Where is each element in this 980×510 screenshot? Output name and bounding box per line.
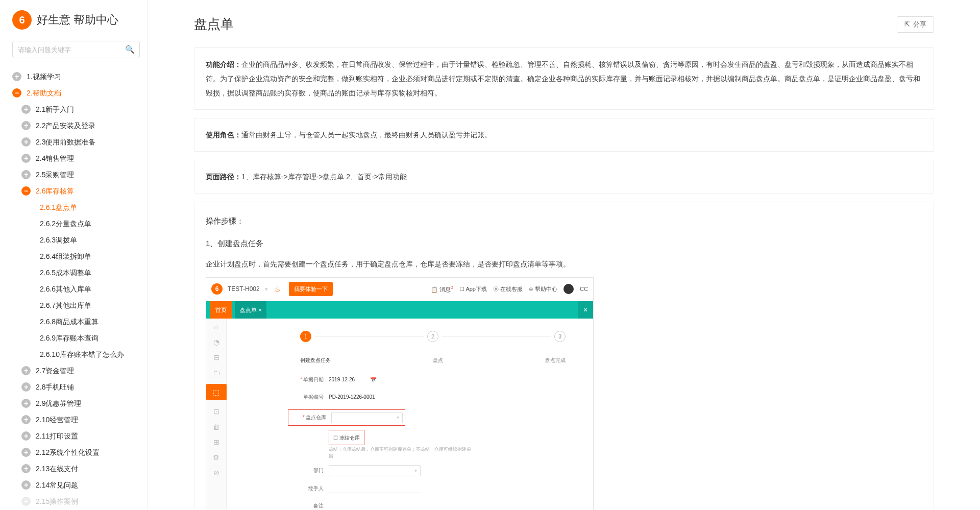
step-line bbox=[442, 336, 551, 336]
nav-docs[interactable]: −2.帮助文档 bbox=[12, 85, 148, 101]
share-icon: ⇱ bbox=[904, 20, 910, 28]
nav-2-7[interactable]: +2.7资金管理 bbox=[12, 362, 148, 379]
nav-2-6-4[interactable]: 2.6.4组装拆卸单 bbox=[12, 248, 148, 264]
wallet-icon: ⊡ bbox=[211, 407, 222, 416]
chevron-down-icon: ▾ bbox=[414, 466, 417, 476]
nav-2-13[interactable]: +2.13在线支付 bbox=[12, 460, 148, 477]
shot-header: 6 TEST-H002 ▾ ♨ 我要体验一下 📋 消息0 ☐ App下载 ☉ 在… bbox=[206, 278, 593, 301]
step-3-label: 盘点完成 bbox=[545, 355, 566, 366]
step1-text: 企业计划盘点时，首先需要创建一个盘点任务，用于确定盘点仓库，仓库是否要冻结，是否… bbox=[206, 257, 922, 271]
role-text: 通常由财务主导，与仓管人员一起实地盘点，最终由财务人员确认盈亏并记账。 bbox=[241, 131, 492, 139]
highlight-warehouse: *盘点仓库 ▾ bbox=[288, 409, 405, 426]
nav-2-6-8[interactable]: 2.6.8商品成本重算 bbox=[12, 313, 148, 330]
search-input[interactable] bbox=[12, 41, 140, 58]
search-icon[interactable]: 🔍 bbox=[125, 45, 135, 54]
nav-2-11[interactable]: +2.11打印设置 bbox=[12, 428, 148, 444]
nav-2-6-7[interactable]: 2.6.7其他出库单 bbox=[12, 297, 148, 313]
path-text: 1、库存核算->库存管理->盘点单 2、首页->常用功能 bbox=[241, 173, 407, 181]
help-link: ⊙ 帮助中心 bbox=[529, 283, 557, 295]
share-button[interactable]: ⇱ 分享 bbox=[897, 16, 934, 33]
remark-input bbox=[329, 501, 421, 510]
nav-tree: +1.视频学习 −2.帮助文档 +2.1新手入门 +2.2产品安装及登录 +2.… bbox=[12, 68, 148, 509]
bag-icon: 🗀 bbox=[211, 369, 222, 377]
shot-form: 1 2 3 创建盘点任务 盘点 盘点完成 bbox=[227, 319, 593, 510]
flame-icon: ♨ bbox=[274, 282, 281, 296]
chart-icon: ◔ bbox=[211, 338, 222, 346]
plus-icon: + bbox=[21, 464, 31, 473]
plus-icon: + bbox=[21, 366, 31, 375]
row-no: 单据编号 PD-2019-1226-0001 bbox=[288, 392, 578, 402]
avatar-icon bbox=[564, 284, 574, 294]
plus-icon: + bbox=[21, 382, 31, 392]
nav-2-6[interactable]: −2.6库存核算 bbox=[12, 183, 148, 199]
gear-icon: ⚙ bbox=[211, 453, 222, 462]
intro-card: 功能介绍：企业的商品品种多、收发频繁，在日常商品收发、保管过程中，由于计量错误、… bbox=[194, 47, 934, 110]
steps-card: 操作步骤： 1、创建盘点任务 企业计划盘点时，首先需要创建一个盘点任务，用于确定… bbox=[194, 202, 934, 510]
msg-link: 📋 消息0 bbox=[431, 283, 453, 295]
plus-icon: + bbox=[21, 121, 31, 130]
user-name: CC bbox=[580, 283, 588, 295]
shot-header-links: 📋 消息0 ☐ App下载 ☉ 在线客服 ⊙ 帮助中心 CC bbox=[431, 283, 588, 295]
close-icon: × bbox=[578, 301, 593, 319]
step-line bbox=[314, 336, 424, 336]
nav-2-14[interactable]: +2.14常见问题 bbox=[12, 477, 148, 493]
nav-2-8[interactable]: +2.8手机旺铺 bbox=[12, 379, 148, 395]
chevron-down-icon: ▾ bbox=[265, 283, 268, 295]
shot-sidebar: ⌂ ◔ ⊟ 🗀 ⬚ ⊡ 🗑 ⊞ ⚙ ⊘ bbox=[206, 319, 227, 510]
plus-icon: + bbox=[12, 72, 21, 81]
logo-icon: 6 bbox=[12, 10, 32, 30]
nav-2-6-10[interactable]: 2.6.10库存账本错了怎么办 bbox=[12, 346, 148, 362]
dept-select: ▾ bbox=[329, 465, 421, 476]
wizard-steps: 1 2 3 bbox=[300, 331, 566, 342]
nav-2-10[interactable]: +2.10经营管理 bbox=[12, 411, 148, 428]
doc-icon: ⊟ bbox=[211, 353, 222, 361]
app-link: ☐ App下载 bbox=[459, 283, 487, 295]
nav-2-2[interactable]: +2.2产品安装及登录 bbox=[12, 117, 148, 134]
shot-tabs: 首页 盘点单 × × bbox=[206, 301, 593, 319]
brand-row: 6 好生意 帮助中心 bbox=[12, 10, 148, 30]
nav-2-3[interactable]: +2.3使用前数据准备 bbox=[12, 134, 148, 150]
nav-2-4[interactable]: +2.4销售管理 bbox=[12, 150, 148, 166]
nav-2-6-2[interactable]: 2.6.2分量盘点单 bbox=[12, 215, 148, 232]
plus-icon: + bbox=[21, 170, 31, 179]
row-remark: 备注 bbox=[288, 501, 578, 510]
freeze-hint: 冻结：仓库冻结后，仓库不可创建库存单；不冻结：仓库可继续创建单据 bbox=[329, 446, 472, 460]
step1-title: 1、创建盘点任务 bbox=[206, 236, 922, 251]
plus-icon: + bbox=[21, 154, 31, 163]
nav-2-12[interactable]: +2.12系统个性化设置 bbox=[12, 444, 148, 460]
nav-2-6-6[interactable]: 2.6.6其他入库单 bbox=[12, 281, 148, 297]
role-card: 使用角色：通常由财务主导，与仓管人员一起实地盘点，最终由财务人员确认盈亏并记账。 bbox=[194, 118, 934, 152]
nav-2-6-9[interactable]: 2.6.9库存账本查询 bbox=[12, 330, 148, 346]
row-date: *单据日期 2019-12-26 📅 bbox=[288, 375, 578, 385]
home-icon: ⌂ bbox=[211, 323, 222, 331]
nav-2-6-3[interactable]: 2.6.3调拨单 bbox=[12, 232, 148, 248]
main-content: 盘点单 ⇱ 分享 功能介绍：企业的商品品种多、收发频繁，在日常商品收发、保管过程… bbox=[148, 0, 965, 510]
plus-icon: + bbox=[21, 448, 31, 457]
warehouse-select: ▾ bbox=[331, 412, 403, 423]
path-label: 页面路径： bbox=[206, 173, 241, 181]
nav-2-15[interactable]: +2.15操作案例 bbox=[12, 493, 148, 509]
nav-2-5[interactable]: +2.5采购管理 bbox=[12, 166, 148, 183]
nav-2-1[interactable]: +2.1新手入门 bbox=[12, 101, 148, 117]
shot-company: TEST-H002 bbox=[228, 283, 260, 295]
chevron-down-icon: ▾ bbox=[397, 412, 399, 423]
app-screenshot: 6 TEST-H002 ▾ ♨ 我要体验一下 📋 消息0 ☐ App下载 ☉ 在… bbox=[206, 277, 594, 510]
nav-2-6-5[interactable]: 2.6.5成本调整单 bbox=[12, 264, 148, 281]
nav-2-9[interactable]: +2.9优惠券管理 bbox=[12, 395, 148, 411]
intro-text: 企业的商品品种多、收发频繁，在日常商品收发、保管过程中，由于计量错误、检验疏忽、… bbox=[206, 60, 920, 97]
nav-2-6-1[interactable]: 2.6.1盘点单 bbox=[12, 199, 148, 215]
brand-text: 好生意 帮助中心 bbox=[37, 12, 118, 28]
role-label: 使用角色： bbox=[206, 131, 241, 139]
plus-icon: + bbox=[21, 399, 31, 408]
plus-icon: + bbox=[21, 137, 31, 147]
handler-input bbox=[329, 484, 421, 493]
step-2-label: 盘点 bbox=[433, 355, 443, 366]
plus-icon: + bbox=[21, 415, 31, 424]
link-icon: ⊘ bbox=[211, 469, 222, 477]
step-2-circle: 2 bbox=[427, 331, 438, 342]
trash-icon: 🗑 bbox=[211, 423, 222, 431]
nav-video[interactable]: +1.视频学习 bbox=[12, 68, 148, 85]
path-card: 页面路径：1、库存核算->库存管理->盘点单 2、首页->常用功能 bbox=[194, 160, 934, 193]
sidebar: 6 好生意 帮助中心 🔍 +1.视频学习 −2.帮助文档 +2.1新手入门 +2… bbox=[0, 0, 148, 510]
date-value: 2019-12-26 bbox=[329, 375, 355, 385]
